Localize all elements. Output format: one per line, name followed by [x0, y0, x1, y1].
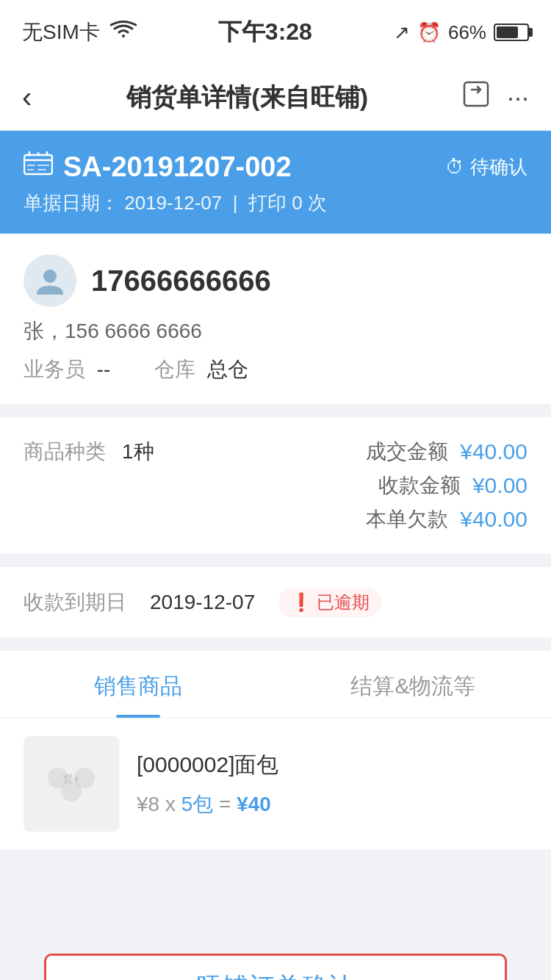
status-right: ↗ ⏰ 66%	[394, 21, 529, 44]
product-name: [0000002]面包	[137, 750, 527, 780]
status-left: 无SIM卡	[22, 18, 137, 46]
warehouse-label: 仓库	[154, 358, 195, 381]
customer-top: 17666666666	[24, 254, 527, 307]
nav-actions: ···	[463, 81, 529, 114]
order-icon	[24, 151, 53, 183]
svg-text:督+: 督+	[63, 773, 79, 785]
overdue-icon: ❗	[290, 592, 312, 613]
tabs-header: 销售商品 结算&物流等	[0, 651, 551, 718]
customer-name: 张，156 6666 6666	[24, 317, 527, 345]
tab-sales-products[interactable]: 销售商品	[0, 651, 276, 718]
debt-row: 本单欠款 ¥40.00	[366, 505, 527, 533]
status-time: 下午3:28	[218, 16, 312, 48]
warehouse-value: 总仓	[207, 358, 248, 381]
customer-phone: 17666666666	[91, 264, 271, 298]
salesperson-value: --	[97, 358, 111, 381]
product-info: [0000002]面包 ¥8 x 5包 = ¥40	[137, 750, 527, 818]
overdue-text: 已逾期	[317, 591, 370, 614]
bottom-area: 旺铺订单确认	[0, 849, 551, 980]
svg-point-2	[37, 152, 40, 154]
tab-settlement[interactable]: 结算&物流等	[276, 651, 551, 718]
product-price: ¥8 x	[137, 793, 181, 815]
order-id: SA-20191207-002	[24, 151, 292, 183]
svg-rect-0	[464, 82, 488, 106]
location-icon: ↗	[394, 21, 410, 44]
product-thumbnail: 督+	[24, 736, 119, 832]
due-date: 2019-12-07	[150, 591, 255, 614]
page-title: 销货单详情(来自旺铺)	[126, 81, 368, 115]
overdue-badge: ❗ 已逾期	[278, 588, 381, 617]
status-bar: 无SIM卡 下午3:28 ↗ ⏰ 66%	[0, 0, 551, 65]
carrier-text: 无SIM卡	[22, 18, 100, 46]
share-icon[interactable]	[463, 81, 489, 114]
payment-row: 收款金额 ¥0.00	[378, 472, 527, 500]
nav-bar: ‹ 销货单详情(来自旺铺) ···	[0, 65, 551, 131]
order-meta: 单据日期： 2019-12-07 | 打印 0 次	[24, 190, 527, 216]
product-total: ¥40	[237, 793, 271, 815]
product-type: 商品种类 1种	[24, 438, 154, 466]
product-price-row: ¥8 x 5包 = ¥40	[137, 790, 527, 818]
due-section: 收款到期日 2019-12-07 ❗ 已逾期	[0, 567, 551, 638]
more-icon[interactable]: ···	[507, 82, 529, 113]
alarm-icon: ⏰	[417, 21, 441, 44]
customer-info-row: 业务员 -- 仓库 总仓	[24, 356, 527, 383]
confirm-button[interactable]: 旺铺订单确认	[44, 954, 507, 980]
product-equals: =	[213, 793, 237, 815]
order-id-text: SA-20191207-002	[63, 151, 292, 183]
due-label: 收款到期日	[24, 588, 126, 616]
avatar	[24, 254, 76, 307]
battery-icon	[494, 24, 529, 41]
header-card: SA-20191207-002 ⏱ 待确认 单据日期： 2019-12-07 |…	[0, 131, 551, 234]
salesperson-label: 业务员	[24, 358, 85, 381]
amount-row: 成交金额 ¥40.00	[366, 438, 527, 466]
back-button[interactable]: ‹	[22, 81, 32, 114]
amounts: 成交金额 ¥40.00 收款金额 ¥0.00 本单欠款 ¥40.00	[366, 438, 527, 533]
customer-section: 17666666666 张，156 6666 6666 业务员 -- 仓库 总仓	[0, 234, 551, 404]
status-text: 待确认	[470, 154, 527, 180]
product-item: 督+ [0000002]面包 ¥8 x 5包 = ¥40	[0, 718, 551, 849]
product-qty: 5包	[181, 793, 214, 815]
wifi-icon	[110, 20, 137, 46]
svg-point-3	[43, 270, 57, 283]
tabs-section: 销售商品 结算&物流等 督+ [0000002]面包 ¥8 x 5包 = ¥40	[0, 651, 551, 849]
status-clock-icon: ⏱	[445, 156, 464, 179]
summary-section: 商品种类 1种 成交金额 ¥40.00 收款金额 ¥0.00 本单欠款 ¥40.…	[0, 417, 551, 554]
battery-text: 66%	[448, 21, 486, 44]
status-badge: ⏱ 待确认	[445, 154, 527, 180]
